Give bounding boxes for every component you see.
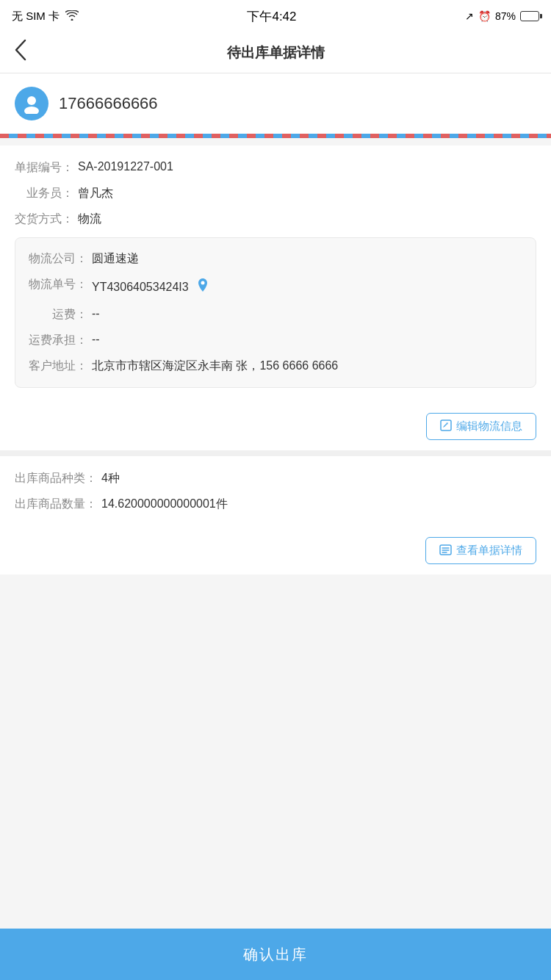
status-bar: 无 SIM 卡 下午4:42 ↗ ⏰ 87% — [0, 0, 551, 32]
tracking-no-value: YT43064053424I3 — [92, 277, 522, 297]
tracking-no-row: 物流单号： YT43064053424I3 — [29, 277, 522, 297]
decorative-divider — [0, 134, 551, 138]
order-no-label: 单据编号： — [15, 160, 73, 176]
address-label: 客户地址： — [29, 359, 87, 374]
battery-percent: 87% — [495, 10, 516, 22]
order-no-row: 单据编号： SA-20191227-001 — [15, 160, 536, 176]
main-content: 17666666666 单据编号： SA-20191227-001 业务员： 曾… — [0, 73, 551, 721]
goods-types-row: 出库商品种类： 4种 — [15, 471, 536, 486]
view-detail-label: 查看单据详情 — [456, 544, 522, 558]
freight-value: -- — [92, 307, 522, 320]
delivery-method-value: 物流 — [78, 212, 536, 227]
svg-point-0 — [27, 96, 36, 105]
goods-section: 出库商品种类： 4种 出库商品数量： 14.620000000000001件 — [0, 456, 551, 527]
bottom-spacer — [0, 574, 551, 663]
logistics-company-label: 物流公司： — [29, 251, 87, 267]
freight-bearer-label: 运费承担： — [29, 333, 87, 348]
order-info-section: 单据编号： SA-20191227-001 业务员： 曾凡杰 交货方式： 物流 … — [0, 145, 551, 403]
address-value: 北京市市辖区海淀区永丰南 张，156 6666 6666 — [92, 359, 522, 374]
svg-point-1 — [24, 107, 39, 114]
status-left: 无 SIM 卡 — [12, 10, 79, 24]
nav-bar: 待出库单据详情 — [0, 32, 551, 73]
order-no-value: SA-20191227-001 — [78, 160, 536, 173]
carrier-label: 无 SIM 卡 — [12, 10, 60, 24]
svg-point-2 — [201, 281, 204, 285]
page-title: 待出库单据详情 — [227, 43, 325, 62]
edit-logistics-label: 编辑物流信息 — [456, 419, 522, 433]
edit-btn-row: 编辑物流信息 — [0, 403, 551, 450]
location-status-icon: ↗ — [465, 10, 474, 22]
sales-person-value: 曾凡杰 — [78, 186, 536, 201]
customer-header: 17666666666 — [0, 73, 551, 134]
freight-bearer-value: -- — [92, 333, 522, 346]
goods-quantity-row: 出库商品数量： 14.620000000000001件 — [15, 497, 536, 512]
status-time: 下午4:42 — [247, 8, 296, 25]
confirm-button[interactable]: 确认出库 — [0, 929, 551, 980]
edit-icon — [440, 419, 452, 433]
address-row: 客户地址： 北京市市辖区海淀区永丰南 张，156 6666 6666 — [29, 359, 522, 374]
alarm-icon: ⏰ — [478, 10, 491, 22]
status-right: ↗ ⏰ 87% — [465, 10, 539, 22]
map-pin-icon[interactable] — [195, 277, 211, 297]
back-button[interactable] — [6, 32, 34, 73]
logistics-card: 物流公司： 圆通速递 物流单号： YT43064053424I3 运费： — [15, 237, 536, 388]
battery-icon — [520, 11, 539, 21]
delivery-method-label: 交货方式： — [15, 212, 73, 227]
goods-types-value: 4种 — [101, 471, 536, 486]
view-detail-btn-row: 查看单据详情 — [0, 527, 551, 574]
freight-row: 运费： -- — [29, 307, 522, 323]
logistics-company-value: 圆通速递 — [92, 251, 522, 267]
tracking-no-label: 物流单号： — [29, 277, 87, 292]
confirm-button-label: 确认出库 — [243, 945, 308, 965]
wifi-icon — [65, 10, 79, 23]
goods-types-label: 出库商品种类： — [15, 471, 97, 486]
freight-label: 运费： — [29, 307, 87, 323]
view-detail-button[interactable]: 查看单据详情 — [425, 537, 536, 564]
avatar — [15, 87, 48, 120]
goods-quantity-value: 14.620000000000001件 — [101, 497, 536, 512]
customer-phone: 17666666666 — [59, 94, 158, 113]
sales-person-label: 业务员： — [15, 186, 73, 201]
edit-logistics-button[interactable]: 编辑物流信息 — [426, 413, 536, 440]
section-separator — [0, 450, 551, 456]
list-icon — [439, 544, 452, 558]
goods-quantity-label: 出库商品数量： — [15, 497, 97, 512]
freight-bearer-row: 运费承担： -- — [29, 333, 522, 348]
delivery-method-row: 交货方式： 物流 — [15, 212, 536, 227]
sales-person-row: 业务员： 曾凡杰 — [15, 186, 536, 201]
logistics-company-row: 物流公司： 圆通速递 — [29, 251, 522, 267]
